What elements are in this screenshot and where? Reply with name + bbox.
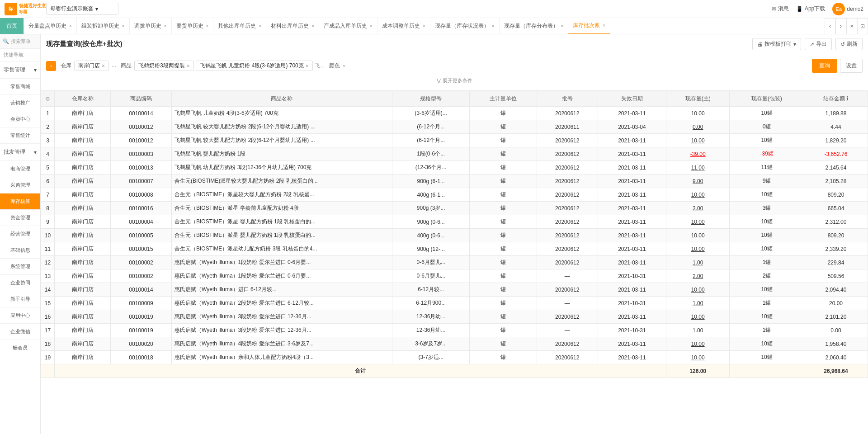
tab-disassemble[interactable]: 组装拆卸单历史 × (77, 18, 130, 34)
search-icon: 🔍 (3, 38, 9, 44)
tab-mix[interactable]: 调拨单历史 × (130, 18, 172, 34)
cell-stock-main[interactable]: 10.00 (666, 229, 730, 242)
tab-batch-account[interactable]: 库存批次账 × (568, 18, 610, 34)
tab-stock-dist[interactable]: 现存量（库存分布表） × (500, 18, 569, 34)
cell-stock-main[interactable]: 10.00 (666, 242, 730, 256)
tab-batch-account-close[interactable]: × (603, 23, 605, 28)
sidebar-item-retail-mgmt[interactable]: 零售管理 ▾ (0, 61, 40, 79)
query-button[interactable]: 查询 (812, 59, 837, 73)
sidebar-item-wholesale-mgmt[interactable]: 批发管理 ▾ (0, 144, 40, 161)
filter-expand-arrow[interactable]: › (46, 61, 56, 71)
tab-material-out[interactable]: 材料出库单历史 × (266, 18, 319, 34)
tab-other-out-close[interactable]: × (259, 24, 261, 28)
cell-name: 惠氏启赋（Wyeth illuma）3段奶粉 爱尔兰进口 12-36月... (171, 324, 392, 337)
sidebar-item-purchase[interactable]: 采购管理 (0, 177, 40, 193)
sidebar-item-ops[interactable]: 经营管理 (0, 226, 40, 242)
cell-stock-main[interactable]: 10.00 (666, 188, 730, 202)
warehouse-dots[interactable]: ··· (112, 63, 116, 69)
sidebar-search[interactable]: 🔍 搜索菜单 (0, 34, 40, 49)
tab-product-in-close[interactable]: × (370, 24, 373, 28)
tab-stock-dist-close[interactable]: × (561, 24, 564, 28)
sidebar-item-corp-wechat[interactable]: 企业微信 (0, 324, 40, 340)
cell-unit: 罐 (470, 107, 537, 120)
product-tag-1[interactable]: 飞鹤奶粉3段两提装 × (134, 61, 194, 71)
cell-expire: 2021-03-11 (598, 229, 666, 242)
tab-other-out[interactable]: 其他出库单历史 × (213, 18, 266, 34)
product-tag-2-remove[interactable]: × (306, 63, 309, 69)
cell-stock-main[interactable]: 10.00 (666, 283, 730, 297)
user-action[interactable]: Ea demo2 (832, 3, 863, 15)
cell-code: 00100018 (111, 351, 172, 364)
tab-cost-adjust[interactable]: 成本调整单历史 × (377, 18, 430, 34)
sidebar-item-sys[interactable]: 系统管理 (0, 259, 40, 275)
filter-area: › 仓库 南岸门店 × ··· 商品 飞鹤奶粉3段两提装 (41, 54, 868, 91)
message-action[interactable]: ✉ 消息 (772, 5, 789, 13)
sidebar-item-member-center[interactable]: 会员中心 (0, 111, 40, 127)
cell-stock-main[interactable]: -39.00 (666, 147, 730, 161)
tab-stock-status-close[interactable]: × (492, 24, 495, 28)
col-settings[interactable]: ⚙ (41, 91, 55, 107)
cell-stock-pack: 2罐 (730, 269, 804, 283)
cell-stock-main[interactable]: 11.00 (666, 161, 730, 175)
export-button[interactable]: ↗ 导出 (805, 38, 832, 50)
cell-stock-main[interactable]: 10.00 (666, 134, 730, 147)
tab-require-close[interactable]: × (206, 24, 209, 28)
tab-maximize[interactable]: ⊡ (857, 18, 868, 34)
cell-stock-main[interactable]: 10.00 (666, 337, 730, 351)
product-tag-2[interactable]: 飞鹤星飞帆 儿童奶粉 4段(3-6岁适用) 700克 × (196, 61, 313, 71)
page-actions: 🖨 按模板打印 ▾ ↗ 导出 ↺ 刷新 (752, 38, 863, 50)
sidebar-item-retail-mall[interactable]: 零售商城 (0, 79, 40, 95)
cell-stock-main[interactable]: 9.00 (666, 175, 730, 188)
account-selector[interactable]: 母婴行业演示账套 ▾ (46, 3, 118, 15)
sidebar-item-stock-check[interactable]: 库存核算 (0, 193, 40, 210)
cell-unit: 罐 (470, 297, 537, 310)
product-dots[interactable]: 飞... (315, 62, 325, 70)
refresh-button[interactable]: ↺ 刷新 (835, 38, 863, 50)
app-download-action[interactable]: 📱 App下载 (796, 5, 825, 13)
warehouse-tag[interactable]: 南岸门店 × (74, 61, 109, 71)
tab-mix-close[interactable]: × (164, 24, 167, 28)
tab-disassemble-close[interactable]: × (122, 24, 125, 28)
template-print-button[interactable]: 🖨 按模板打印 ▾ (752, 38, 801, 50)
cell-stock-main[interactable]: 1.00 (666, 297, 730, 310)
sidebar-item-base-info[interactable]: 基础信息 (0, 242, 40, 259)
sidebar-item-ecommerce[interactable]: 电商管理 (0, 161, 40, 177)
cell-stock-main[interactable]: 1.00 (666, 324, 730, 337)
cell-code: 00100012 (111, 120, 172, 134)
tab-split-disc[interactable]: 分量盘点单历史 × (24, 18, 77, 34)
tab-material-out-close[interactable]: × (311, 24, 314, 28)
sidebar-item-marketing[interactable]: 营销推广 (0, 95, 40, 111)
tab-next-arrow[interactable]: › (835, 18, 846, 34)
table-row: 18 南岸门店 00100020 惠氏启赋（Wyeth illuma）4段奶粉 … (41, 337, 868, 351)
cell-stock-main[interactable]: 10.00 (666, 215, 730, 229)
cell-balance: 809.20 (804, 229, 868, 242)
sidebar-item-app-center[interactable]: 应用中心 (0, 307, 40, 324)
tab-cost-adjust-close[interactable]: × (423, 24, 425, 28)
tab-close-all[interactable]: × (846, 18, 857, 34)
cell-balance: 809.20 (804, 188, 868, 202)
cell-stock-main[interactable]: 2.00 (666, 269, 730, 283)
sidebar-item-retail-stats[interactable]: 零售统计 (0, 127, 40, 144)
cell-stock-main[interactable]: 10.00 (666, 351, 730, 364)
tab-prev-arrow[interactable]: ‹ (825, 18, 835, 34)
product-tag-1-remove[interactable]: × (187, 63, 190, 69)
sidebar-item-finance[interactable]: 资金管理 (0, 210, 40, 226)
tab-product-in[interactable]: 产成品入库单历史 × (319, 18, 377, 34)
tab-require[interactable]: 要货单历史 × (172, 18, 214, 34)
tab-home[interactable]: 首页 (0, 18, 24, 34)
sidebar-item-collab[interactable]: 企业协同 (0, 275, 40, 291)
tab-stock-status[interactable]: 现存量（库存状况表） × (430, 18, 500, 34)
tab-split-disc-close[interactable]: × (69, 24, 72, 28)
sidebar-item-guide[interactable]: 新手引导 (0, 291, 40, 307)
cell-stock-main[interactable]: 10.00 (666, 310, 730, 324)
cell-stock-main[interactable]: 10.00 (666, 107, 730, 120)
cell-stock-main[interactable]: 3.00 (666, 202, 730, 215)
expand-more-conditions[interactable]: ⋁ 展开更多条件 (435, 75, 474, 86)
cell-name: 惠氏启赋（Wyeth illuma）1段奶粉 爱尔兰进口 0-6月婴... (171, 269, 392, 283)
settings-button[interactable]: 设置 (840, 59, 863, 73)
sidebar-item-member[interactable]: 畅会员 (0, 340, 40, 356)
cell-stock-main[interactable]: 0.00 (666, 120, 730, 134)
cell-stock-pack: 10罐 (730, 351, 804, 364)
warehouse-remove[interactable]: × (102, 63, 105, 69)
cell-stock-main[interactable]: 1.00 (666, 256, 730, 269)
